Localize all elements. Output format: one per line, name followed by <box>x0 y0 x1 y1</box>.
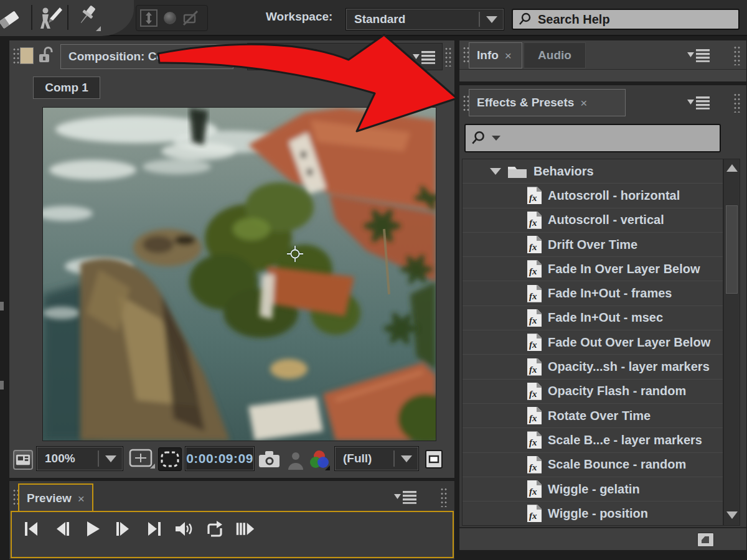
ram-preview-button[interactable] <box>235 520 255 538</box>
preset-item[interactable]: fxScale Bounce - random <box>463 453 723 477</box>
preset-item-label: Fade In+Out - msec <box>548 310 663 325</box>
preset-item[interactable]: fxWiggle - position <box>463 502 723 526</box>
world-axis-mode-icon[interactable] <box>162 11 177 26</box>
puppet-pin-tool-icon[interactable] <box>72 4 105 34</box>
scrollbar-thumb[interactable] <box>726 205 738 294</box>
panel-drag-handle[interactable] <box>733 93 740 113</box>
fx-preset-icon: fx <box>527 236 542 253</box>
panel-bottom-bar <box>459 527 746 550</box>
close-icon[interactable]: × <box>580 97 587 109</box>
panel-menu-icon[interactable] <box>412 50 436 65</box>
preset-item[interactable]: fxAutoscroll - vertical <box>463 208 723 233</box>
scroll-down-icon[interactable] <box>726 511 738 519</box>
view-axis-mode-icon[interactable] <box>182 10 199 26</box>
show-channel-rgb-icon[interactable] <box>308 449 331 472</box>
preset-item[interactable]: fxFade In+Out - msec <box>463 306 723 330</box>
scrollbar[interactable] <box>723 159 740 526</box>
audio-tab-label: Audio <box>538 49 571 62</box>
scroll-up-icon[interactable] <box>726 164 738 172</box>
always-preview-button[interactable] <box>13 450 33 470</box>
last-frame-button[interactable] <box>144 520 164 538</box>
composition-tab[interactable]: Composition: Comp 1 × <box>60 44 233 69</box>
preset-item-label: Fade In+Out - frames <box>548 286 672 301</box>
expanded-triangle-icon[interactable] <box>490 168 501 175</box>
region-of-interest-button[interactable] <box>158 447 182 471</box>
workspace-dropdown[interactable]: Standard <box>345 8 504 30</box>
tab-effects-presets[interactable]: Effects & Presets × <box>469 89 626 116</box>
panel-drag-handle[interactable] <box>440 487 447 507</box>
help-search-input[interactable]: Search Help <box>512 9 740 30</box>
fx-preset-icon: fx <box>527 260 542 278</box>
new-preset-icon[interactable] <box>697 533 714 547</box>
close-icon[interactable]: × <box>505 50 512 62</box>
panel-menu-icon[interactable] <box>687 48 710 63</box>
label-color-swatch[interactable] <box>20 47 34 64</box>
search-options-chevron-icon[interactable] <box>492 136 500 141</box>
composition-viewport[interactable] <box>43 108 436 441</box>
local-axis-mode-icon[interactable] <box>140 9 157 27</box>
preset-item-label: Scale Bounce - random <box>548 457 686 472</box>
preset-item[interactable]: fxAutoscroll - horizontal <box>463 184 723 208</box>
comp-1-label: Comp 1 <box>45 81 88 95</box>
panel-menu-icon[interactable] <box>393 490 417 505</box>
panel-menu-icon[interactable] <box>687 95 710 110</box>
preset-item[interactable]: fxScale B...e - layer markers <box>463 428 723 452</box>
preset-item[interactable]: fxOpacity...sh - layer markers <box>463 355 723 379</box>
audio-mute-icon[interactable] <box>174 520 194 538</box>
timecode-display[interactable]: 0:00:09:09 <box>185 446 255 471</box>
composition-tab-label: Composition: Comp 1 <box>68 50 191 63</box>
first-frame-button[interactable] <box>22 520 42 538</box>
resolution-dropdown[interactable]: (Full) <box>334 446 419 471</box>
preset-item-label: Fade In Over Layer Below <box>548 262 700 276</box>
show-snapshot-person-icon[interactable] <box>287 451 304 470</box>
fx-preset-icon: fx <box>527 212 542 229</box>
magnification-value: 100% <box>37 452 98 465</box>
safe-zones-button[interactable] <box>129 449 155 470</box>
fx-preset-icon: fx <box>527 456 542 474</box>
resolution-value: (Full) <box>335 452 393 465</box>
panel-drag-handle[interactable] <box>12 47 19 66</box>
comp-1-button[interactable]: Comp 1 <box>33 77 100 99</box>
roto-brush-tool-icon[interactable] <box>36 5 65 31</box>
left-panel-edge-grip[interactable] <box>0 381 4 390</box>
grid-options-button[interactable] <box>425 450 443 469</box>
preset-item[interactable]: fxDrift Over Time <box>463 233 723 257</box>
preset-item[interactable]: fxWiggle - gelatin <box>463 477 723 502</box>
preset-item[interactable]: fxFade In+Out - frames <box>463 281 723 306</box>
fx-preset-icon: fx <box>527 285 542 302</box>
preset-item[interactable]: fxFade Out Over Layer Below <box>463 330 723 355</box>
close-icon[interactable]: × <box>218 51 225 63</box>
left-panel-edge-grip[interactable] <box>0 302 4 310</box>
video-frame <box>43 108 436 441</box>
preset-item[interactable]: fxFade In Over Layer Below <box>463 257 723 281</box>
next-frame-button[interactable] <box>113 520 133 538</box>
folder-row-behaviors[interactable]: Behaviors <box>463 159 723 184</box>
play-button[interactable] <box>83 520 103 538</box>
preset-item-label: Wiggle - gelatin <box>548 482 640 497</box>
close-icon[interactable]: × <box>78 493 85 505</box>
loop-button[interactable] <box>205 520 225 538</box>
previous-frame-button[interactable] <box>52 520 72 538</box>
eraser-tool-icon[interactable] <box>0 5 24 31</box>
preset-item-label: Wiggle - position <box>548 506 648 521</box>
panel-drag-handle[interactable] <box>444 47 451 67</box>
panel-drag-handle[interactable] <box>733 45 740 65</box>
preview-tab[interactable]: Preview × <box>18 483 93 512</box>
effects-search-input[interactable] <box>464 124 721 152</box>
preset-item[interactable]: fxRotate Over Time <box>463 404 723 428</box>
chevron-down-icon <box>401 455 412 462</box>
fx-preset-icon: fx <box>527 383 542 400</box>
tab-audio[interactable]: Audio <box>524 42 586 68</box>
top-toolbar: Workspace: Standard Search Help <box>0 0 747 36</box>
lock-icon[interactable] <box>37 45 54 65</box>
timecode-value: 0:00:09:09 <box>186 451 253 466</box>
snapshot-camera-icon[interactable] <box>258 450 281 469</box>
effects-presets-panel: Effects & Presets × Behaviors fxAutoscro… <box>459 85 747 550</box>
info-tab-label: Info <box>477 49 499 62</box>
magnification-dropdown[interactable]: 100% <box>36 446 123 471</box>
tab-info[interactable]: Info × <box>469 42 522 68</box>
preset-item[interactable]: fxOpacity Flash - random <box>463 380 723 404</box>
preset-item-label: Autoscroll - horizontal <box>548 189 680 203</box>
tab-bar-empty-area <box>247 43 443 70</box>
fx-preset-icon: fx <box>527 334 542 351</box>
